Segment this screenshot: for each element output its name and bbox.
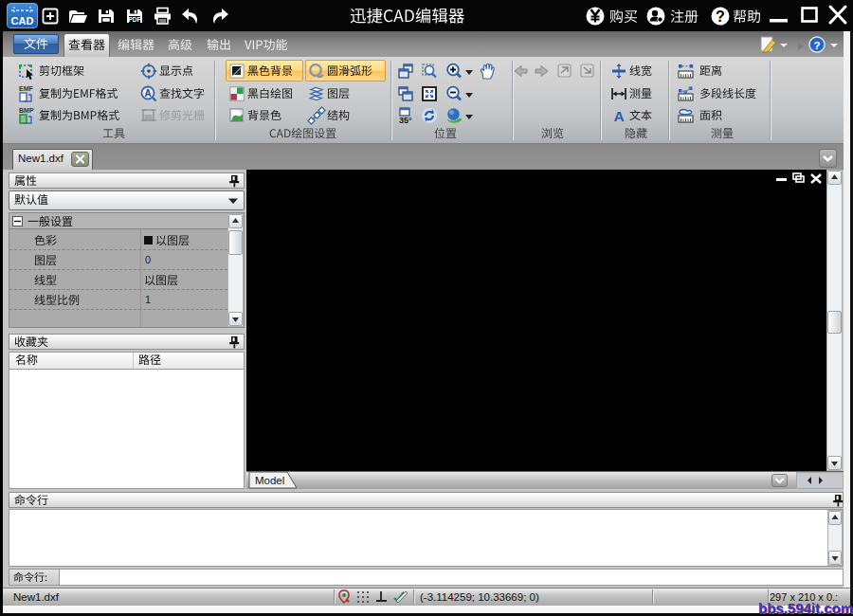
svg-text:A: A — [144, 88, 151, 99]
svg-text:35°: 35° — [399, 116, 412, 125]
svg-text:?: ? — [813, 40, 820, 51]
svg-text:A: A — [613, 108, 624, 124]
svg-text:?: ? — [716, 9, 725, 25]
svg-text:EMF: EMF — [19, 85, 34, 92]
svg-text:Model: Model — [255, 475, 284, 486]
svg-text:CAD: CAD — [11, 15, 34, 27]
svg-text:PDF: PDF — [129, 16, 141, 23]
svg-text:BMP: BMP — [19, 107, 34, 114]
